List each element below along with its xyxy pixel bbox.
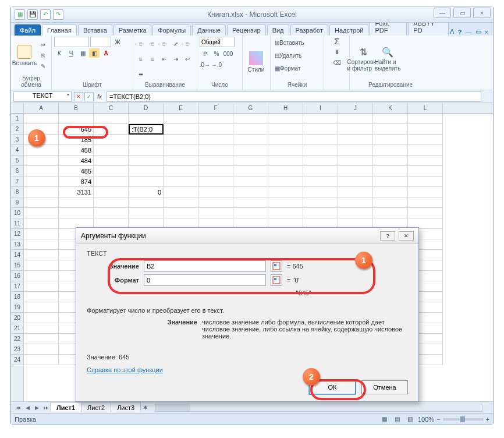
cell-G5[interactable] bbox=[233, 156, 268, 166]
tab-developer[interactable]: Разработ bbox=[290, 24, 328, 36]
cell-E2[interactable] bbox=[164, 124, 198, 135]
cell-I9[interactable] bbox=[303, 197, 338, 208]
percent-icon[interactable]: % bbox=[211, 49, 222, 58]
cell-D6[interactable] bbox=[129, 166, 164, 176]
row-header[interactable]: 8 bbox=[11, 187, 23, 197]
border-icon[interactable]: ▦ bbox=[77, 48, 88, 58]
cell-A2[interactable] bbox=[24, 124, 59, 135]
cell-L2[interactable] bbox=[408, 124, 443, 135]
cell-J3[interactable] bbox=[338, 135, 373, 145]
cancel-button[interactable]: Отмена bbox=[361, 380, 408, 394]
redo-icon[interactable]: ↷ bbox=[53, 9, 63, 20]
column-header[interactable]: I bbox=[303, 103, 338, 113]
cut-icon[interactable]: ✂ bbox=[38, 41, 48, 50]
cell-A15[interactable] bbox=[24, 260, 59, 271]
cell-G7[interactable] bbox=[233, 176, 268, 187]
cell-A4[interactable] bbox=[24, 145, 59, 156]
cell-C5[interactable] bbox=[94, 156, 129, 166]
cell-F1[interactable] bbox=[198, 114, 233, 124]
cell-B2[interactable]: 645 bbox=[59, 124, 94, 135]
autosum-icon[interactable]: Σ bbox=[332, 37, 342, 46]
cell-L6[interactable] bbox=[408, 166, 443, 176]
undo-icon[interactable]: ↶ bbox=[40, 9, 51, 20]
currency-icon[interactable]: ₽ bbox=[200, 49, 210, 58]
row-header[interactable]: 10 bbox=[11, 208, 23, 218]
clear-icon[interactable]: ⌫ bbox=[332, 58, 342, 67]
cell-I4[interactable] bbox=[303, 145, 338, 156]
cell-L7[interactable] bbox=[408, 176, 443, 187]
cell-H2[interactable] bbox=[268, 124, 303, 135]
row-header[interactable]: 16 bbox=[11, 271, 23, 281]
row-header[interactable]: 7 bbox=[11, 176, 23, 187]
cell-F8[interactable] bbox=[198, 187, 233, 197]
cell-I10[interactable] bbox=[303, 208, 338, 218]
cell-F4[interactable] bbox=[198, 145, 233, 156]
cell-A23[interactable] bbox=[24, 344, 59, 355]
cell-L10[interactable] bbox=[408, 208, 443, 218]
arg1-input[interactable] bbox=[144, 260, 266, 272]
cell-J6[interactable] bbox=[338, 166, 373, 176]
cell-B7[interactable]: 874 bbox=[59, 176, 94, 187]
cell-D10[interactable] bbox=[129, 208, 164, 218]
cell-G1[interactable] bbox=[233, 114, 268, 124]
cell-I1[interactable] bbox=[303, 114, 338, 124]
save-icon[interactable]: 💾 bbox=[27, 9, 38, 20]
ok-button[interactable]: ОК bbox=[309, 380, 356, 394]
workbook-min-icon[interactable]: — bbox=[466, 29, 472, 36]
cell-J8[interactable] bbox=[338, 187, 373, 197]
cell-H6[interactable] bbox=[268, 166, 303, 176]
tab-insert[interactable]: Вставка bbox=[78, 24, 112, 36]
minimize-ribbon-icon[interactable]: ᐱ bbox=[450, 28, 455, 36]
cell-C8[interactable] bbox=[94, 187, 129, 197]
cell-K3[interactable] bbox=[373, 135, 408, 145]
cell-C7[interactable] bbox=[94, 176, 129, 187]
cell-K1[interactable] bbox=[373, 114, 408, 124]
row-header[interactable]: 3 bbox=[11, 135, 23, 145]
cell-G10[interactable] bbox=[233, 208, 268, 218]
cell-A19[interactable] bbox=[24, 302, 59, 313]
row-header[interactable]: 4 bbox=[11, 145, 23, 156]
indent-dec-icon[interactable]: ⇤ bbox=[159, 54, 169, 63]
row-header[interactable]: 19 bbox=[11, 302, 23, 313]
cell-C2[interactable] bbox=[94, 124, 129, 135]
cell-D1[interactable] bbox=[129, 114, 164, 124]
row-header[interactable]: 21 bbox=[11, 323, 23, 334]
cell-G4[interactable] bbox=[233, 145, 268, 156]
cell-D8[interactable]: 0 bbox=[129, 187, 164, 197]
cell-I2[interactable] bbox=[303, 124, 338, 135]
row-header[interactable]: 6 bbox=[11, 166, 23, 176]
row-header[interactable]: 17 bbox=[11, 281, 23, 292]
cell-K10[interactable] bbox=[373, 208, 408, 218]
cell-E3[interactable] bbox=[164, 135, 198, 145]
help-icon[interactable]: ? bbox=[458, 29, 462, 36]
row-header[interactable]: 5 bbox=[11, 156, 23, 166]
bold-button[interactable]: Ж bbox=[112, 37, 123, 47]
cell-E1[interactable] bbox=[164, 114, 198, 124]
row-header[interactable]: 11 bbox=[11, 218, 23, 229]
dialog-titlebar[interactable]: Аргументы функции ? ✕ bbox=[76, 228, 418, 244]
row-header[interactable]: 15 bbox=[11, 260, 23, 271]
paintbrush-icon[interactable]: ✎ bbox=[38, 62, 48, 71]
inc-dec-icon[interactable]: .0→ bbox=[200, 60, 210, 69]
formula-input[interactable] bbox=[107, 91, 481, 102]
cell-A12[interactable] bbox=[24, 229, 59, 239]
orientation-icon[interactable]: ⤢ bbox=[171, 39, 181, 48]
cell-H4[interactable] bbox=[268, 145, 303, 156]
cell-A11[interactable] bbox=[24, 218, 59, 229]
cell-K8[interactable] bbox=[373, 187, 408, 197]
cell-H5[interactable] bbox=[268, 156, 303, 166]
cell-D3[interactable] bbox=[129, 135, 164, 145]
merge-icon[interactable]: ⬌ bbox=[136, 69, 146, 79]
cell-E6[interactable] bbox=[164, 166, 198, 176]
cell-E9[interactable] bbox=[164, 197, 198, 208]
cell-J5[interactable] bbox=[338, 156, 373, 166]
cell-J1[interactable] bbox=[338, 114, 373, 124]
fx-icon[interactable]: fx bbox=[95, 92, 104, 101]
cell-I3[interactable] bbox=[303, 135, 338, 145]
align-left-icon[interactable]: ≡ bbox=[182, 39, 193, 48]
dec-dec-icon[interactable]: →.0 bbox=[211, 60, 222, 69]
cell-I6[interactable] bbox=[303, 166, 338, 176]
sheet-tab-2[interactable]: Лист2 bbox=[81, 402, 111, 412]
cell-L9[interactable] bbox=[408, 197, 443, 208]
cell-C4[interactable] bbox=[94, 145, 129, 156]
